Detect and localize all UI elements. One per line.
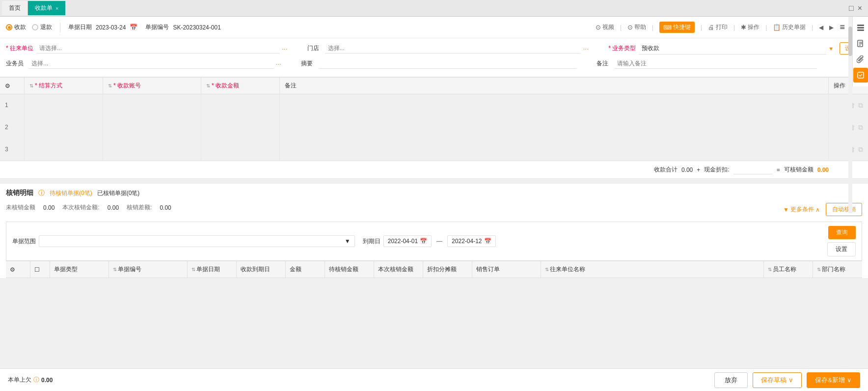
td-account-3[interactable] (103, 139, 201, 160)
more-filter-btn[interactable]: ▼ 更多条件 ∧ (783, 205, 820, 214)
date-to-picker[interactable]: 2022-04-12 📅 (447, 235, 495, 247)
summary-label: 摘要 (301, 59, 316, 68)
bth-dept-label: 部门名称 (822, 265, 845, 274)
sort-icon-staff: ⇅ (768, 267, 772, 272)
bth-due-date: 收款到期日 (237, 261, 286, 278)
sidebar-active-icon[interactable] (853, 68, 868, 83)
td-settlement-2[interactable] (25, 116, 103, 138)
verify-info-icon[interactable]: ⓘ (38, 189, 45, 197)
total-value: 0.00 (681, 167, 693, 173)
pending-tab[interactable]: 待核销单据(0笔) (50, 189, 92, 197)
done-tab[interactable]: 已核销单据(0笔) (97, 189, 140, 197)
bth-sales-order: 销售订单 (472, 261, 541, 278)
bth-settings-icon[interactable]: ⚙ (10, 266, 15, 273)
td-account-1[interactable] (103, 94, 201, 116)
td-note-3[interactable] (280, 139, 829, 160)
copy-icon-1[interactable]: ⧉ (858, 101, 863, 110)
bth-doc-number: ⇅ 单据编号 (109, 261, 188, 278)
divider-1 (60, 23, 60, 32)
history-btn[interactable]: 📋 历史单据 (773, 23, 806, 31)
query-btn[interactable]: 查询 (828, 226, 856, 239)
td-settlement-3[interactable] (25, 139, 103, 160)
draft-chevron-icon: ∨ (788, 376, 793, 384)
table-settings-btn[interactable]: 设置 (827, 242, 856, 256)
th-amount-label: * 收款金额 (212, 82, 239, 90)
verify-summary: 未核销金额 0.00 本次核销金额: 0.00 核销差额: 0.00 (6, 201, 171, 214)
staff-more-icon[interactable]: ··· (276, 60, 282, 68)
td-amount-2[interactable] (201, 116, 280, 138)
sort-icon-counterpart: ⇅ (545, 267, 549, 272)
th-settings-icon[interactable]: ⚙ (5, 83, 10, 89)
note-input[interactable] (614, 58, 817, 69)
tab-active[interactable]: 收款单 × (28, 1, 65, 15)
th-settings[interactable]: ⚙ (0, 78, 25, 94)
menu-icon[interactable]: ≡ (840, 22, 845, 32)
bth-checkbox[interactable]: ☐ (30, 261, 50, 278)
tab-close-icon[interactable]: × (55, 5, 58, 11)
sidebar-table-icon[interactable] (853, 21, 868, 35)
copy-icon-3[interactable]: ⧉ (858, 145, 863, 154)
td-num-1: 1 (0, 94, 25, 116)
operation-btn[interactable]: ✱ 操作 (741, 23, 760, 31)
scrollbar[interactable] (848, 17, 852, 213)
toolbar-right: ⊙ 视频 | ⊙ 帮助 | ⌨ 快捷键 | 🖨 打印 | ✱ 操作 | 📋 历史… (596, 21, 862, 34)
sort-icon-account: ⇅ (108, 83, 112, 88)
save-label: 保存&新增 (815, 376, 845, 385)
draft-btn[interactable]: 保存草稿 ∨ (753, 372, 802, 388)
calendar-icon[interactable]: 📅 (130, 24, 137, 31)
abandon-btn[interactable]: 放弃 (714, 372, 748, 388)
counterpart-more-icon[interactable]: ··· (282, 45, 288, 53)
sidebar-attach-icon[interactable] (853, 52, 868, 67)
store-more-icon[interactable]: ··· (583, 45, 589, 53)
td-account-2[interactable] (103, 116, 201, 138)
scrollbar-thumb[interactable] (848, 27, 852, 56)
row-num-1: 1 (5, 102, 8, 109)
store-input[interactable] (325, 43, 581, 54)
bth-pending-amount: 待核销金额 (325, 261, 374, 278)
bth-checkbox-icon[interactable]: ☐ (34, 266, 40, 273)
bottom-info-icon[interactable]: ⓘ (33, 376, 39, 384)
radio-refund[interactable]: 退款 (32, 23, 52, 31)
range-select[interactable]: ▼ (39, 235, 355, 247)
more-filter-chevron: ∧ (815, 206, 820, 213)
td-settlement-1[interactable] (25, 94, 103, 116)
nav-next[interactable]: ▶ (829, 24, 834, 31)
radio-collection[interactable]: 收款 (6, 23, 26, 31)
video-btn[interactable]: ⊙ 视频 (596, 23, 614, 31)
biz-type-value: 预收款 (639, 43, 826, 55)
draft-label: 保存草稿 (761, 376, 787, 385)
discount-input[interactable] (733, 165, 773, 174)
td-amount-3[interactable] (201, 139, 280, 160)
counterpart-input[interactable] (36, 43, 280, 54)
save-btn[interactable]: 保存&新增 ∨ (807, 372, 860, 388)
print-btn[interactable]: 🖨 打印 (708, 23, 728, 31)
nav-prev[interactable]: ◀ (819, 24, 823, 31)
biz-type-dropdown-icon[interactable]: ▼ (828, 46, 834, 52)
window-close-icon[interactable]: × (858, 4, 862, 13)
bth-sales-order-label: 销售订单 (476, 265, 500, 274)
range-field: 单据范围 ▼ (12, 235, 355, 247)
date-field: 到期日 2022-04-01 📅 — 2022-04-12 📅 (363, 235, 819, 247)
tab-home[interactable]: 首页 (2, 1, 28, 15)
store-field: 门店 ··· (307, 43, 589, 54)
copy-icon-2[interactable]: ⧉ (858, 123, 863, 132)
bottom-table-header: ⚙ ☐ 单据类型 ⇅ 单据编号 ⇅ 单据日期 收款到期日 金额 待核销金额 本次… (6, 261, 862, 278)
doc-info: 单据日期 2023-03-24 📅 (68, 23, 137, 31)
table-row: 3 🗑 ⧉ (0, 139, 868, 161)
td-note-1[interactable] (280, 94, 829, 116)
bth-settings[interactable]: ⚙ (6, 261, 30, 278)
date-from-picker[interactable]: 2022-04-01 📅 (383, 235, 432, 247)
auto-verify-btn[interactable]: 自动核销 (826, 203, 862, 216)
doc-number-info: 单据编号 SK-20230324-001 (145, 23, 220, 31)
calendar-from-icon[interactable]: 📅 (420, 238, 427, 245)
shortcut-btn[interactable]: ⌨ 快捷键 (659, 22, 695, 33)
td-amount-1[interactable] (201, 94, 280, 116)
note-field: 备注 (597, 58, 817, 69)
help-btn[interactable]: ⊙ 帮助 (627, 23, 646, 31)
summary-input[interactable] (319, 58, 576, 69)
staff-input[interactable] (28, 58, 274, 69)
td-note-2[interactable] (280, 116, 829, 138)
window-maximize-icon[interactable]: □ (849, 4, 854, 13)
sidebar-doc-icon[interactable] (853, 36, 868, 51)
calendar-to-icon[interactable]: 📅 (484, 238, 491, 245)
